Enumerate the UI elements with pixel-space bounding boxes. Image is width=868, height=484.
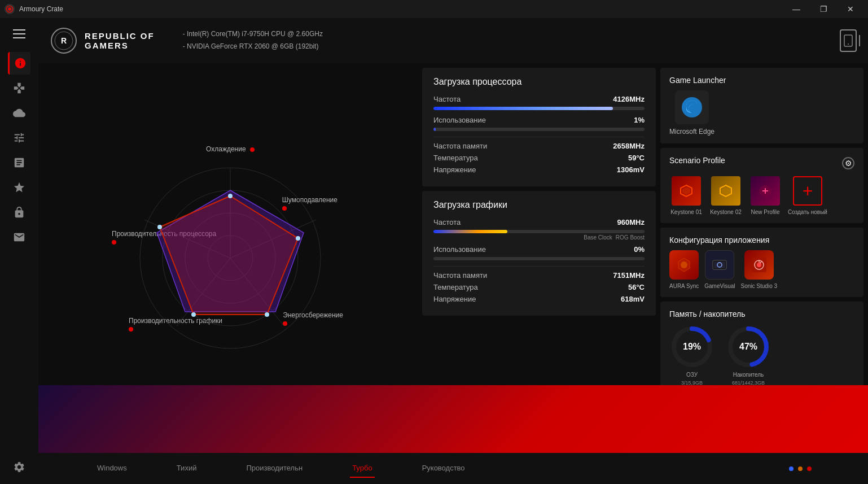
gpu-stats-panel: Загрузка графики Частота 960MHz Base Clo… xyxy=(422,191,656,316)
rog-text-sub: GAMERS xyxy=(85,41,155,50)
aura-label: AURA Sync xyxy=(669,283,699,289)
tab-performance[interactable]: Производительн xyxy=(244,459,305,478)
gpu-mem-freq-value: 7151MHz xyxy=(613,271,645,280)
profile-keystone02[interactable]: Keystone 02 xyxy=(709,176,743,215)
memory-panel-content: 19% ОЗУ 3/15,9GB xyxy=(669,324,854,386)
gpu-bar-label-baseclock: Base Clock xyxy=(584,234,612,241)
spec-cpu: - Intel(R) Core(TM) i7-9750H CPU @ 2.60G… xyxy=(183,28,323,41)
tab-manual[interactable]: Руководство xyxy=(420,459,467,478)
newprofile-label: New Profile xyxy=(751,209,779,215)
maximize-button[interactable]: ❐ xyxy=(810,0,836,18)
aura-icon xyxy=(669,250,699,280)
tab-quiet[interactable]: Тихий xyxy=(174,459,199,478)
profile-new[interactable]: New Profile xyxy=(748,176,782,215)
stats-column: Загрузка процессора Частота 4126MHz Испо… xyxy=(422,68,656,448)
cpu-mem-freq-label: Частота памяти xyxy=(433,142,487,150)
add-profile-icon: + xyxy=(793,176,822,206)
info-column: Game Launcher Microso xyxy=(660,68,863,448)
tab-windows[interactable]: Windows xyxy=(95,459,129,478)
dot-blue xyxy=(789,466,794,471)
memory-panel: Память / накопитель 1 xyxy=(660,302,863,394)
header-specs: - Intel(R) Core(TM) i7-9750H CPU @ 2.60G… xyxy=(183,28,323,53)
ram-pct: 19% xyxy=(683,342,701,352)
app-sonicstudio[interactable]: Sonic Studio 3 xyxy=(741,250,778,289)
scenario-profile-settings-icon[interactable]: ⚙ xyxy=(842,157,854,169)
keystone01-label: Keystone 01 xyxy=(670,209,702,215)
hamburger-line-1 xyxy=(13,29,25,30)
cpu-usage-bar-fill xyxy=(433,128,436,131)
gpu-freq-row: Частота 960MHz xyxy=(433,218,645,226)
hamburger-line-2 xyxy=(13,33,25,34)
keystone01-icon xyxy=(672,176,701,206)
radar-svg xyxy=(112,139,349,377)
app-header: R REPUBLIC OF GAMERS - Intel(R) Core(TM)… xyxy=(38,18,868,63)
gpu-temp-label: Температура xyxy=(433,283,478,291)
cpu-temp-row: Температура 59°C xyxy=(433,154,645,162)
gpu-voltage-label: Напряжение xyxy=(433,295,476,303)
close-button[interactable]: ✕ xyxy=(838,0,863,18)
cpu-temp-value: 59°C xyxy=(628,154,645,162)
gpu-mem-freq-label: Частота памяти xyxy=(433,271,487,280)
edge-label: Microsoft Edge xyxy=(669,128,714,136)
app-body: R REPUBLIC OF GAMERS - Intel(R) Core(TM)… xyxy=(0,18,868,484)
sidebar-item-settings[interactable] xyxy=(8,456,30,478)
sidebar-item-info[interactable] xyxy=(8,52,30,75)
radar-section: Охлаждение Шумоподавление Энергосбережен… xyxy=(38,63,422,453)
cpu-divider xyxy=(433,137,645,137)
cpu-freq-bar xyxy=(433,107,645,110)
mobile-icon[interactable] xyxy=(840,29,857,52)
add-profile-label: Создать новый xyxy=(788,209,827,215)
edge-app-item[interactable]: Microsoft Edge xyxy=(669,90,714,136)
menu-hamburger[interactable] xyxy=(8,23,30,45)
scenario-profile-header: Scenario Profile ⚙ xyxy=(669,156,854,171)
sonicstudio-icon xyxy=(744,250,774,280)
sonicstudio-label: Sonic Studio 3 xyxy=(741,283,778,289)
rog-text: REPUBLIC OF GAMERS xyxy=(85,31,155,50)
gpu-temp-value: 56°C xyxy=(628,283,645,291)
sidebar-item-mail[interactable] xyxy=(8,226,30,248)
sidebar-item-box[interactable] xyxy=(8,151,30,174)
game-launcher-panel: Game Launcher Microso xyxy=(660,68,863,143)
hamburger-line-3 xyxy=(13,37,25,38)
minimize-button[interactable]: — xyxy=(783,0,809,18)
sidebar-item-star[interactable] xyxy=(8,176,30,199)
ram-sub: 3/15,9GB xyxy=(681,380,703,386)
gpu-bar-label-rogboost: ROG Boost xyxy=(616,234,645,241)
keystone02-icon xyxy=(711,176,740,206)
tab-turbo[interactable]: Турбо xyxy=(350,459,374,478)
disk-gauge-text: 47% xyxy=(739,342,757,352)
gpu-panel-title: Загрузка графики xyxy=(433,200,645,210)
gpu-temp-row: Температура 56°C xyxy=(433,283,645,291)
gamevisual-label: GameVisual xyxy=(704,283,735,289)
sidebar-item-gamepad[interactable] xyxy=(8,77,30,99)
window-controls: — ❐ ✕ xyxy=(783,0,863,18)
app-aura[interactable]: AURA Sync xyxy=(669,250,699,289)
disk-label: Накопитель xyxy=(733,372,764,378)
svg-point-6 xyxy=(848,43,849,45)
app-gamevisual[interactable]: GameVisual xyxy=(704,250,735,289)
cpu-freq-value: 4126MHz xyxy=(613,95,645,103)
sidebar-item-cloud[interactable] xyxy=(8,102,30,124)
gpu-freq-label: Частота xyxy=(433,218,461,226)
gpu-usage-row: Использование 0% xyxy=(433,245,645,254)
cpu-freq-label: Частота xyxy=(433,95,461,103)
gpu-freq-bar-fill xyxy=(433,230,507,233)
radar-chart: Охлаждение Шумоподавление Энергосбережен… xyxy=(112,139,349,377)
dot-red xyxy=(807,466,812,471)
rog-text-main: REPUBLIC OF xyxy=(85,31,155,41)
sidebar-item-sliders[interactable] xyxy=(8,127,30,149)
svg-point-22 xyxy=(157,225,162,229)
game-launcher-content: Microsoft Edge xyxy=(669,90,854,136)
gpu-usage-value: 0% xyxy=(634,245,645,254)
title-bar-left: Armoury Crate xyxy=(5,4,63,14)
sidebar-item-lock[interactable] xyxy=(8,201,30,224)
svg-point-23 xyxy=(682,97,702,117)
profile-keystone01[interactable]: Keystone 01 xyxy=(669,176,703,215)
profile-add[interactable]: + Создать новый xyxy=(788,176,827,215)
app-config-apps-list: AURA Sync xyxy=(669,250,854,289)
edge-icon xyxy=(675,90,709,124)
sidebar xyxy=(0,18,38,484)
cpu-freq-bar-fill xyxy=(433,107,613,110)
cpu-panel-title: Загрузка процессора xyxy=(433,77,645,87)
gpu-divider xyxy=(433,266,645,267)
